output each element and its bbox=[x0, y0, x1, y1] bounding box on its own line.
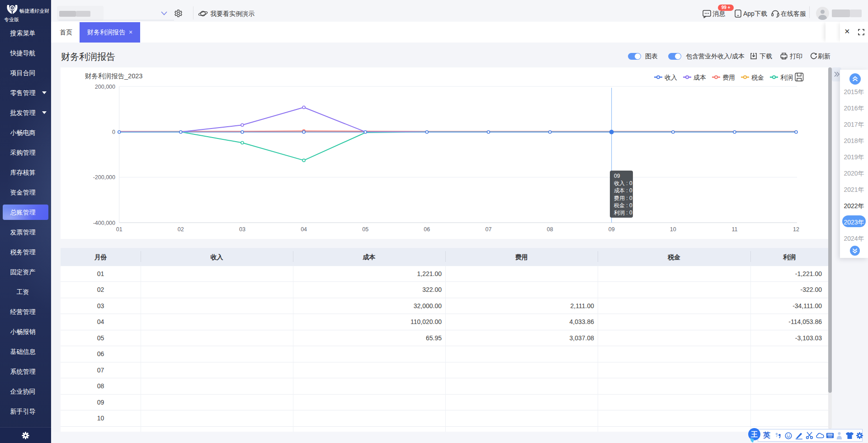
svg-text:税金: 税金 bbox=[751, 74, 764, 81]
svg-text:-200,000: -200,000 bbox=[93, 174, 115, 181]
svg-text:11: 11 bbox=[731, 226, 737, 233]
svg-text:0: 0 bbox=[112, 129, 115, 135]
svg-text:费用: 费用 bbox=[722, 74, 735, 81]
svg-text:08: 08 bbox=[547, 226, 553, 233]
svg-text:01: 01 bbox=[116, 226, 123, 233]
svg-text:财务利润报告_2023: 财务利润报告_2023 bbox=[85, 72, 142, 80]
svg-text:-400,000: -400,000 bbox=[93, 220, 115, 226]
svg-text:200,000: 200,000 bbox=[95, 84, 115, 90]
svg-text:02: 02 bbox=[178, 226, 184, 233]
svg-text:04: 04 bbox=[301, 226, 307, 233]
svg-text:10: 10 bbox=[670, 226, 676, 233]
svg-text:09: 09 bbox=[609, 226, 615, 233]
svg-text:收入: 收入 bbox=[665, 74, 677, 81]
svg-text:05: 05 bbox=[362, 226, 368, 233]
svg-text:成本: 成本 bbox=[693, 74, 706, 81]
svg-text:12: 12 bbox=[793, 226, 799, 233]
svg-text:03: 03 bbox=[239, 226, 245, 233]
svg-text:利润: 利润 bbox=[780, 74, 793, 81]
svg-text:06: 06 bbox=[424, 226, 430, 233]
svg-text:07: 07 bbox=[485, 226, 491, 233]
